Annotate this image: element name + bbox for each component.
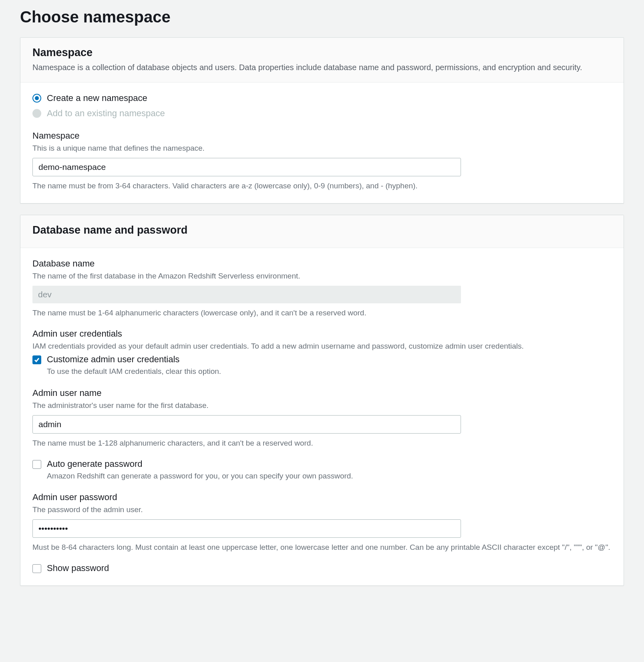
checkbox-icon [32, 355, 41, 364]
admin-cred-label: Admin user credentials [32, 329, 612, 339]
database-panel: Database name and password Database name… [20, 215, 624, 586]
dbname-field: Database name The name of the first data… [32, 258, 612, 318]
admin-cred-hint: IAM credentials provided as your default… [32, 341, 612, 352]
dbname-constraint: The name must be 1-64 alphanumeric chara… [32, 307, 612, 319]
autogen-field: Auto generate password Amazon Redshift c… [32, 459, 612, 482]
autogen-password-checkbox[interactable]: Auto generate password Amazon Redshift c… [32, 459, 612, 482]
checkbox-icon [32, 564, 41, 573]
namespace-title: Namespace [32, 46, 612, 59]
show-pwd-label: Show password [47, 563, 612, 573]
namespace-name-field: Namespace This is a unique name that def… [32, 131, 612, 191]
namespace-name-label: Namespace [32, 131, 612, 141]
dbname-label: Database name [32, 258, 612, 269]
admin-user-label: Admin user name [32, 388, 612, 398]
customize-credentials-checkbox[interactable]: Customize admin user credentials To use … [32, 354, 612, 377]
show-password-checkbox[interactable]: Show password [32, 563, 612, 573]
admin-user-constraint: The name must be 1-128 alphanumeric char… [32, 438, 612, 449]
admin-cred-section: Admin user credentials IAM credentials p… [32, 329, 612, 377]
radio-create-namespace[interactable]: Create a new namespace [32, 93, 612, 103]
admin-user-input[interactable] [32, 415, 461, 434]
radio-icon [32, 109, 41, 118]
radio-create-label: Create a new namespace [47, 93, 147, 103]
customize-label: Customize admin user credentials [47, 354, 612, 365]
namespace-name-constraint: The name must be from 3-64 characters. V… [32, 180, 612, 192]
dbname-hint: The name of the first database in the Am… [32, 270, 612, 282]
namespace-panel: Namespace Namespace is a collection of d… [20, 37, 624, 204]
radio-add-namespace: Add to an existing namespace [32, 108, 612, 119]
admin-user-hint: The administrator's user name for the fi… [32, 400, 612, 411]
admin-user-field: Admin user name The administrator's user… [32, 388, 612, 448]
radio-add-label: Add to an existing namespace [47, 108, 165, 119]
checkbox-icon [32, 460, 41, 469]
page-title: Choose namespace [20, 0, 624, 37]
namespace-name-hint: This is a unique name that defines the n… [32, 143, 612, 154]
namespace-name-input[interactable] [32, 158, 461, 176]
customize-hint: To use the default IAM credentials, clea… [47, 366, 612, 377]
show-pwd-field: Show password [32, 563, 612, 573]
admin-pwd-hint: The password of the admin user. [32, 504, 612, 515]
radio-icon [32, 94, 41, 103]
namespace-subtitle: Namespace is a collection of database ob… [32, 61, 612, 73]
admin-pwd-field: Admin user password The password of the … [32, 492, 612, 553]
autogen-hint: Amazon Redshift can generate a password … [47, 471, 612, 482]
admin-pwd-input[interactable] [32, 519, 461, 538]
database-panel-header: Database name and password [20, 215, 624, 248]
admin-pwd-constraint: Must be 8-64 characters long. Must conta… [32, 542, 612, 553]
namespace-radio-group: Create a new namespace Add to an existin… [32, 93, 612, 119]
dbname-input: dev [32, 286, 461, 303]
namespace-panel-header: Namespace Namespace is a collection of d… [20, 38, 624, 83]
admin-pwd-label: Admin user password [32, 492, 612, 503]
db-title: Database name and password [32, 224, 612, 236]
autogen-label: Auto generate password [47, 459, 612, 469]
